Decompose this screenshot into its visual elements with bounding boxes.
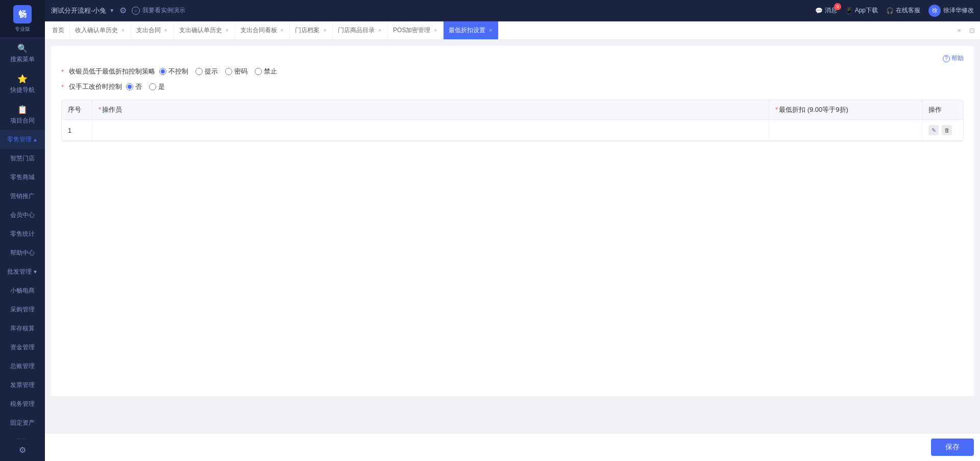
sidebar-item-ecommerce-label: 小畅电商 — [10, 286, 35, 295]
tab-min-discount-label: 最低折扣设置 — [449, 26, 485, 35]
tab-min-discount-close-icon[interactable]: × — [488, 27, 493, 34]
user-name: 徐泽华修改 — [943, 6, 974, 15]
tab-pay-confirm-label: 支出确认单历史 — [179, 26, 222, 35]
sidebar-item-retail-mall[interactable]: 零售商城 — [0, 168, 45, 187]
sidebar-item-salary[interactable]: 工资 — [0, 432, 45, 439]
wholesale-arrow-icon: ▼ — [33, 269, 38, 275]
sidebar-item-ecommerce[interactable]: 小畅电商 — [0, 281, 45, 300]
tab-pay-contract-label: 支出合同 — [136, 26, 161, 35]
tab-expand-icon[interactable]: ⊡ — [966, 25, 978, 36]
radio-prompt-input[interactable] — [195, 68, 203, 75]
online-service-button[interactable]: 🎧 在线客服 — [886, 6, 920, 15]
radio-no-control-input[interactable] — [159, 68, 166, 75]
sidebar-item-smart-store[interactable]: 智慧门店 — [0, 149, 45, 168]
delete-icon-1[interactable]: 🗑 — [942, 125, 952, 135]
sidebar-item-inventory[interactable]: 库存核算 — [0, 319, 45, 338]
sidebar-item-search[interactable]: 🔍 搜索菜单 — [0, 38, 45, 69]
radio-password[interactable]: 密码 — [225, 67, 248, 76]
tab-home[interactable]: 首页 — [47, 21, 70, 40]
online-service-label: 在线客服 — [896, 6, 920, 15]
sidebar-item-purchase[interactable]: 采购管理 — [0, 300, 45, 319]
topbar-settings-icon[interactable]: ⚙ — [119, 6, 127, 15]
service-icon: 🎧 — [886, 7, 894, 14]
content-panel: ? 帮助 * 收银员低于最低折扣控制策略 不控制 提示 — [51, 46, 974, 396]
required-star-1: * — [61, 68, 64, 76]
sidebar-item-member-center[interactable]: 会员中心 — [0, 206, 45, 225]
sidebar-item-help-center[interactable]: 帮助中心 — [0, 244, 45, 262]
tab-pay-confirm-close-icon[interactable]: × — [225, 27, 230, 34]
tabbar-actions: × ⊡ — [954, 25, 978, 36]
radio-forbidden[interactable]: 禁止 — [255, 67, 277, 76]
tab-income-confirm-history[interactable]: 收入确认单历史 × — [70, 21, 131, 40]
tab-pay-confirm-history[interactable]: 支出确认单历史 × — [174, 21, 235, 40]
cell-actions-1: ✎ 🗑 — [922, 120, 963, 140]
user-menu[interactable]: 徐 徐泽华修改 — [928, 5, 974, 17]
app-download-button[interactable]: 📱 App下载 — [845, 6, 878, 15]
sidebar-item-general-ledger[interactable]: 总账管理 — [0, 357, 45, 376]
logo-text: 专业版 — [15, 26, 30, 33]
tab-pay-contract-board[interactable]: 支出合同看板 × — [235, 21, 290, 40]
sidebar-item-quicknav[interactable]: ⭐ 快捷导航 — [0, 69, 45, 100]
sidebar-item-smart-store-label: 智慧门店 — [10, 154, 35, 163]
cell-operator-1[interactable] — [92, 120, 769, 140]
sidebar-item-retail-mall-label: 零售商城 — [10, 173, 35, 182]
edit-icon-1[interactable]: ✎ — [928, 125, 939, 135]
sidebar-item-tax[interactable]: 税务管理 — [0, 395, 45, 414]
sidebar-item-marketing[interactable]: 营销推广 — [0, 187, 45, 206]
cell-seq-1: 1 — [62, 120, 92, 140]
sidebar-item-wholesale[interactable]: 批发管理 ▼ — [0, 262, 45, 281]
sidebar-item-retail-label: 零售管理 — [7, 135, 32, 144]
radio-yes-input[interactable] — [149, 83, 156, 90]
project-contract-icon: 📋 — [17, 105, 28, 114]
sidebar-item-search-label: 搜索菜单 — [10, 55, 35, 64]
help-button[interactable]: ? 帮助 — [943, 54, 964, 63]
tab-pay-board-close-icon[interactable]: × — [280, 27, 285, 34]
sidebar-item-purchase-label: 采购管理 — [10, 305, 35, 314]
message-icon: 💬 — [815, 7, 823, 14]
radio-password-input[interactable] — [225, 68, 232, 75]
sidebar-item-retail-management[interactable]: 零售管理 ▲ — [0, 130, 45, 149]
sidebar-item-invoice[interactable]: 发票管理 — [0, 376, 45, 395]
discount-strategy-radio-group: 不控制 提示 密码 禁止 — [159, 67, 277, 76]
sidebar-item-project-contract[interactable]: 📋 项目合同 — [0, 100, 45, 130]
sidebar-item-fund-label: 资金管理 — [10, 343, 35, 352]
download-icon: 📱 — [845, 7, 853, 14]
radio-no-control[interactable]: 不控制 — [159, 67, 188, 76]
radio-yes-label: 是 — [158, 82, 165, 91]
tab-store-file[interactable]: 门店档案 × — [290, 21, 333, 40]
radio-prompt[interactable]: 提示 — [195, 67, 218, 76]
tab-pos-close-icon[interactable]: × — [433, 27, 438, 34]
sidebar-item-fixed-assets[interactable]: 固定资产 — [0, 414, 45, 432]
tab-income-confirm-label: 收入确认单历史 — [75, 26, 118, 35]
tab-pay-contract-close-icon[interactable]: × — [163, 27, 168, 34]
demo-link[interactable]: ○ 我要看实例演示 — [132, 6, 185, 15]
tab-pos-password[interactable]: POS加密管理 × — [388, 21, 444, 40]
project-selector[interactable]: 测试分开流程-小兔 ▼ — [51, 6, 114, 15]
radio-no-label: 否 — [135, 82, 142, 91]
radio-forbidden-input[interactable] — [255, 68, 262, 75]
tab-store-goods-close-icon[interactable]: × — [377, 27, 382, 34]
tab-store-file-close-icon[interactable]: × — [322, 27, 327, 34]
save-button[interactable]: 保存 — [931, 439, 974, 456]
tab-income-close-icon[interactable]: × — [120, 27, 126, 34]
sidebar-item-member-label: 会员中心 — [10, 211, 35, 220]
sidebar-item-retail-stats-label: 零售统计 — [10, 230, 35, 238]
tab-pay-contract[interactable]: 支出合同 × — [131, 21, 174, 40]
tab-close-all-icon[interactable]: × — [954, 25, 964, 36]
radio-no[interactable]: 否 — [126, 82, 142, 91]
sidebar-item-retail-stats[interactable]: 零售统计 — [0, 225, 45, 244]
tab-pos-label: POS加密管理 — [393, 26, 430, 35]
radio-no-input[interactable] — [126, 83, 133, 90]
table-row: 1 ✎ 🗑 — [62, 120, 963, 141]
table-header: 序号 *操作员 *最低折扣 (9.00等于9折) 操作 — [62, 100, 963, 120]
settings-icon[interactable]: ⚙ — [19, 445, 26, 455]
sidebar-item-fund[interactable]: 资金管理 — [0, 338, 45, 357]
tab-store-goods[interactable]: 门店商品目录 × — [333, 21, 388, 40]
sidebar-item-inventory-label: 库存核算 — [10, 324, 35, 333]
cell-discount-1[interactable] — [769, 120, 922, 140]
messages-button[interactable]: 💬 消息 9 — [815, 6, 837, 15]
tab-min-discount[interactable]: 最低折扣设置 × — [444, 21, 499, 40]
content-area: ? 帮助 * 收银员低于最低折扣控制策略 不控制 提示 — [45, 40, 980, 433]
radio-yes[interactable]: 是 — [149, 82, 165, 91]
search-icon: 🔍 — [17, 43, 28, 53]
